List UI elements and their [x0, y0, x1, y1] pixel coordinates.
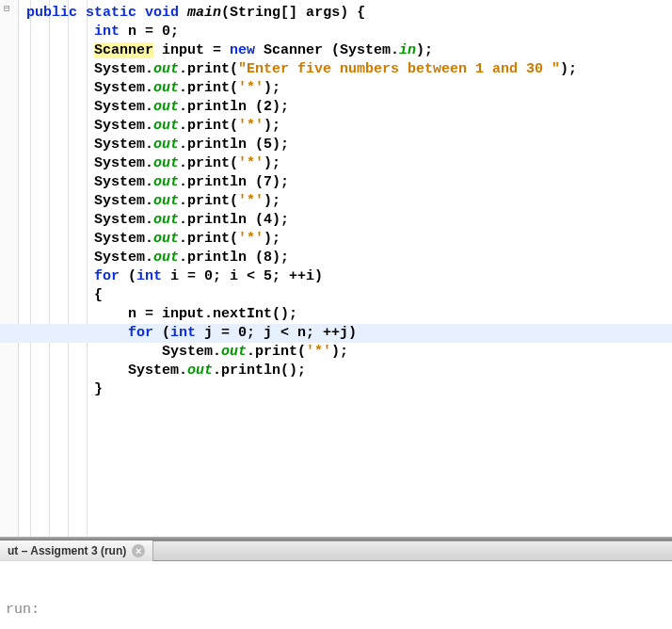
- code-line[interactable]: for (int i = 0; i < 5; ++i): [26, 267, 577, 286]
- code-line[interactable]: public static void main(String[] args) {: [26, 4, 577, 23]
- editor-gutter: ⊟: [0, 0, 19, 537]
- output-tab-label: ut – Assigment 3 (run): [8, 544, 126, 557]
- code-line[interactable]: System.out.print('*');: [26, 192, 577, 211]
- console-output[interactable]: run: Enter five numbers between 1 and 30…: [0, 561, 672, 629]
- code-line[interactable]: System.out.print('*');: [26, 343, 577, 362]
- close-icon[interactable]: ×: [132, 544, 145, 557]
- code-line[interactable]: System.out.println (2);: [26, 98, 577, 117]
- fold-icon[interactable]: ⊟: [4, 5, 9, 14]
- code-line[interactable]: int n = 0;: [26, 23, 577, 41]
- code-line[interactable]: for (int j = 0; j < n; ++j): [26, 324, 577, 343]
- console-run-label: run:: [6, 601, 666, 619]
- code-line[interactable]: Scanner input = new Scanner (System.in);: [26, 41, 577, 60]
- code-line[interactable]: }: [26, 380, 577, 399]
- code-line[interactable]: System.out.println (4);: [26, 211, 577, 230]
- code-line[interactable]: n = input.nextInt();: [26, 305, 577, 324]
- code-line[interactable]: System.out.print('*');: [26, 117, 577, 136]
- code-line[interactable]: System.out.print("Enter five numbers bet…: [26, 60, 577, 79]
- code-line[interactable]: System.out.print('*');: [26, 154, 577, 173]
- code-line[interactable]: System.out.println (5);: [26, 136, 577, 154]
- code-line[interactable]: System.out.print('*');: [26, 230, 577, 249]
- code-line[interactable]: System.out.println (8);: [26, 249, 577, 267]
- code-line[interactable]: System.out.println();: [26, 362, 577, 380]
- output-tab-bar: ut – Assigment 3 (run) ×: [0, 540, 672, 561]
- code-content[interactable]: public static void main(String[] args) {…: [26, 4, 577, 399]
- code-line[interactable]: System.out.println (7);: [26, 173, 577, 192]
- code-line[interactable]: System.out.print('*');: [26, 79, 577, 98]
- code-editor[interactable]: ⊟ public static void main(String[] args)…: [0, 0, 672, 537]
- output-tab[interactable]: ut – Assigment 3 (run) ×: [0, 540, 153, 561]
- code-line[interactable]: {: [26, 286, 577, 305]
